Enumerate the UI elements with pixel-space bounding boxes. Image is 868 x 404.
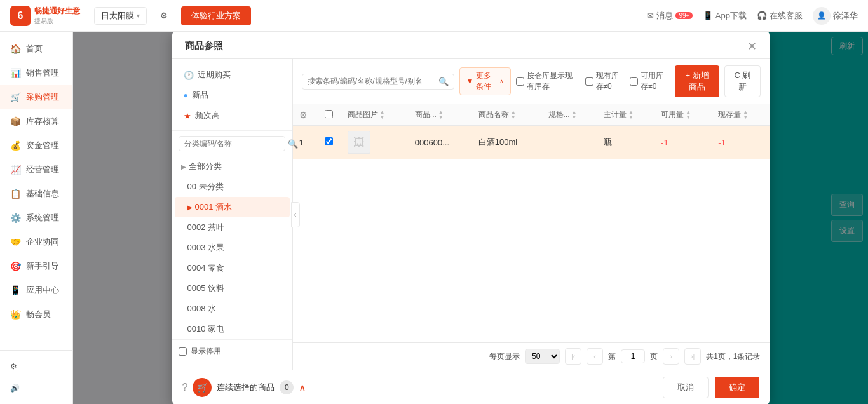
cat-item-00[interactable]: 00 未分类 <box>175 177 290 197</box>
sidebar-item-inventory[interactable]: 📦 库存核算 <box>0 109 72 133</box>
modal-overlay: 商品参照 ✕ 🕐 近期购买 ● <box>73 32 868 404</box>
usable-ne0-checkbox-label[interactable]: 可用库存≠0 <box>630 71 670 92</box>
cat-all-item[interactable]: ▶ 全部分类 <box>175 156 290 177</box>
td-usable: -1 <box>654 126 712 159</box>
warehouse-checkbox-label[interactable]: 按仓库显示现有库存 <box>516 71 580 92</box>
user-item[interactable]: 👤 徐泽华 <box>813 7 858 25</box>
cat-item-0008[interactable]: 0008 水 <box>175 299 290 319</box>
cat-search-input[interactable] <box>179 136 285 151</box>
add-product-button[interactable]: + 新增商品 <box>675 65 719 97</box>
select-all-checkbox[interactable] <box>325 110 333 118</box>
show-disabled-checkbox[interactable] <box>179 347 187 356</box>
th-checkbox <box>318 104 341 126</box>
category-panel: 🕐 近期购买 ● 新品 ★ 频次高 <box>172 59 293 370</box>
top-nav: 6 畅捷通好生意 捷易版 日太阳膜 ▾ ⚙ 体验行业方案 ✉ 消息 99+ 📱 … <box>0 0 868 32</box>
online-service-item[interactable]: 🎧 在线客服 <box>757 10 803 22</box>
confirm-button[interactable]: 确定 <box>715 377 759 398</box>
cat-item-0002[interactable]: 0002 茶叶 <box>175 217 290 238</box>
headset-icon: 🎧 <box>757 11 767 20</box>
th-image: 商品图片 ▲▼ <box>341 104 409 126</box>
page-size-label: 每页显示 <box>489 351 520 362</box>
messages-badge: 99+ <box>675 12 692 19</box>
first-page-button[interactable]: |‹ <box>565 348 581 365</box>
th-spec: 规格... ▲▼ <box>542 104 597 126</box>
chevron-right-icon: ▶ <box>181 163 186 170</box>
sidebar-item-basic-info[interactable]: 📋 基础信息 <box>0 182 72 206</box>
sidebar-item-purchase[interactable]: 🛒 采购管理 <box>0 85 72 109</box>
next-page-button[interactable]: › <box>663 348 679 365</box>
star-icon: ★ <box>184 111 191 121</box>
high-frequency-item[interactable]: ★ 频次高 <box>179 106 286 125</box>
sidebar-item-sales[interactable]: 📊 销售管理 <box>0 61 72 85</box>
refresh-button[interactable]: C 刷新 <box>724 65 760 97</box>
cart-icon[interactable]: 🛒 <box>193 378 212 397</box>
cat-search-icon[interactable]: 🔍 <box>288 139 298 149</box>
stock-ne0-checkbox[interactable] <box>585 77 593 86</box>
trial-button[interactable]: 体验行业方案 <box>181 6 251 25</box>
toolbar: 🔍 ▼ 更多条件 ∧ 按仓库显示现有库存 <box>293 59 770 104</box>
sidebar-item-apps[interactable]: 📱 应用中心 <box>0 278 72 302</box>
cat-item-0001[interactable]: ▶ 0001 酒水 <box>175 197 290 217</box>
product-search-icon[interactable]: 🔍 <box>438 77 449 86</box>
nav-selector[interactable]: 日太阳膜 ▾ <box>94 7 147 25</box>
sidebar-item-system[interactable]: ⚙️ 系统管理 <box>0 206 72 230</box>
sidebar-volume[interactable]: 🔊 <box>0 377 72 399</box>
row-checkbox[interactable] <box>325 137 333 145</box>
warehouse-checkbox[interactable] <box>516 77 524 86</box>
sidebar-item-operations[interactable]: 📈 经营管理 <box>0 158 72 182</box>
th-code: 商品... ▲▼ <box>409 104 472 126</box>
page-size-select[interactable]: 50 100 200 <box>525 349 560 364</box>
sidebar-item-enterprise[interactable]: 🤝 企业协同 <box>0 230 72 254</box>
settings-icon: ⚙ <box>10 362 17 371</box>
td-code: 000600... <box>409 126 472 159</box>
table-row[interactable]: 1 🖼 000600... 白酒100ml <box>293 126 770 159</box>
purchase-icon: 🛒 <box>10 92 21 102</box>
recent-purchase-item[interactable]: 🕐 近期购买 <box>179 65 286 84</box>
new-product-item[interactable]: ● 新品 <box>179 86 286 105</box>
content-panel: 🔍 ▼ 更多条件 ∧ 按仓库显示现有库存 <box>293 59 770 370</box>
cart-count: 0 <box>280 380 294 394</box>
table-area: ⚙ 商品图片 ▲▼ <box>293 104 770 342</box>
more-filter-button[interactable]: ▼ 更多条件 ∧ <box>459 67 512 95</box>
stock-ne0-checkbox-label[interactable]: 现有库存≠0 <box>585 71 625 92</box>
last-page-button[interactable]: ›| <box>684 348 701 365</box>
sales-icon: 📊 <box>10 68 21 78</box>
product-search-input[interactable] <box>308 77 435 86</box>
volume-icon: 🔊 <box>10 384 20 393</box>
modal-close-button[interactable]: ✕ <box>747 41 757 52</box>
usable-ne0-checkbox[interactable] <box>630 77 638 86</box>
home-icon: 🏠 <box>10 44 21 54</box>
column-settings-icon[interactable]: ⚙ <box>299 110 308 120</box>
cat-item-0005[interactable]: 0005 饮料 <box>175 278 290 299</box>
cancel-button[interactable]: 取消 <box>663 377 709 398</box>
product-table: ⚙ 商品图片 ▲▼ <box>293 104 770 159</box>
operations-icon: 📈 <box>10 165 21 175</box>
prev-page-button[interactable]: ‹ <box>587 348 603 365</box>
pagination-bar: 每页显示 50 100 200 |‹ ‹ 第 页 › <box>293 342 770 370</box>
modal-footer: ? 🛒 连续选择的商品 0 ∧ 取消 确定 <box>172 370 770 404</box>
footer-collapse-button[interactable]: ∧ <box>299 382 306 394</box>
td-spec <box>542 126 597 159</box>
settings-gear-icon[interactable]: ⚙ <box>154 6 173 25</box>
td-name: 白酒100ml <box>472 126 542 159</box>
th-stock: 现存量 ▲▼ <box>712 104 769 126</box>
cat-item-0004[interactable]: 0004 零食 <box>175 258 290 278</box>
page-number-input[interactable] <box>621 349 645 363</box>
layout: 🏠 首页 📊 销售管理 🛒 采购管理 📦 库存核算 💰 资金管理 📈 经营管理 … <box>0 32 868 404</box>
sidebar-item-member[interactable]: 👑 畅会员 <box>0 302 72 327</box>
cat-item-0010[interactable]: 0010 家电 <box>175 319 290 339</box>
td-stock: -1 <box>712 126 769 159</box>
collapse-panel-button[interactable]: ‹ <box>291 202 300 227</box>
messages-item[interactable]: ✉ 消息 99+ <box>647 10 692 22</box>
app-download-item[interactable]: 📱 App下载 <box>703 10 747 22</box>
category-tree: ▶ 全部分类 00 未分类 ▶ 0001 酒水 0002 茶 <box>172 156 292 339</box>
show-disabled-checkbox-label[interactable]: 显示停用 <box>179 346 286 357</box>
nav-right: ✉ 消息 99+ 📱 App下载 🎧 在线客服 👤 徐泽华 <box>647 7 858 25</box>
sidebar-item-finance[interactable]: 💰 资金管理 <box>0 133 72 158</box>
sidebar-item-guide[interactable]: 🎯 新手引导 <box>0 254 72 278</box>
sidebar-item-home[interactable]: 🏠 首页 <box>0 37 72 61</box>
help-icon[interactable]: ? <box>182 382 188 393</box>
th-unit: 主计量 ▲▼ <box>597 104 654 126</box>
sidebar-settings[interactable]: ⚙ <box>0 356 72 377</box>
cat-item-0003[interactable]: 0003 水果 <box>175 238 290 258</box>
